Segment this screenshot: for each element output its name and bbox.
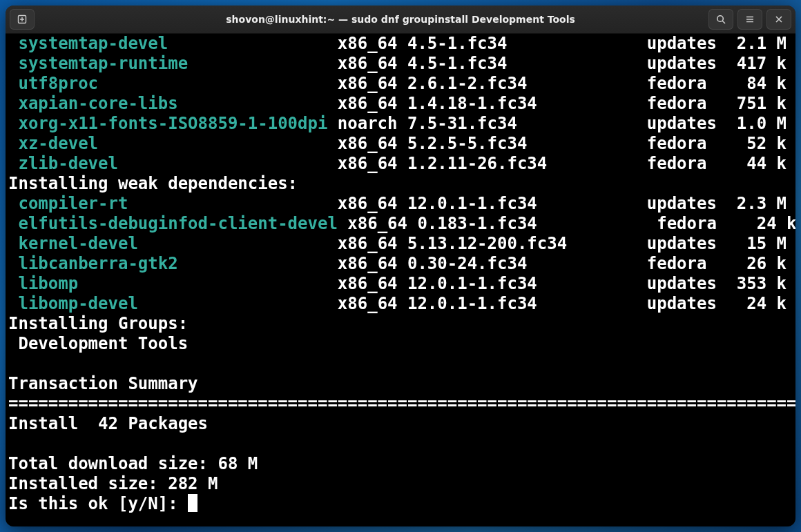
- package-name: compiler-rt: [8, 194, 128, 213]
- terminal-window: shovon@linuxhint:~ — sudo dnf groupinsta…: [6, 6, 795, 526]
- package-name: xorg-x11-fonts-ISO8859-1-100dpi: [8, 114, 327, 133]
- package-details: x86_64 0.30-24.fc34 fedora 26 k: [178, 254, 786, 273]
- package-name: utf8proc: [8, 74, 98, 93]
- titlebar-left: [10, 9, 35, 30]
- package-name: systemtap-runtime: [8, 54, 188, 73]
- package-name: xz-devel: [8, 134, 98, 153]
- menu-button[interactable]: [737, 9, 762, 30]
- package-name: xapian-core-libs: [8, 94, 178, 113]
- terminal-output[interactable]: systemtap-devel x86_64 4.5-1.fc34 update…: [6, 34, 795, 526]
- rule: ========================================…: [8, 394, 793, 414]
- package-details: x86_64 4.5-1.fc34 updates 417 k: [188, 54, 786, 73]
- titlebar: shovon@linuxhint:~ — sudo dnf groupinsta…: [6, 6, 795, 34]
- package-name: libcanberra-gtk2: [8, 254, 178, 273]
- package-details: x86_64 5.2.5-5.fc34 fedora 52 k: [98, 134, 786, 153]
- close-button[interactable]: [766, 9, 791, 30]
- package-details: x86_64 0.183-1.fc34 fedora 24 k: [338, 214, 795, 233]
- section-header: Installing weak dependencies:: [8, 174, 793, 194]
- summary-header: Transaction Summary: [8, 374, 793, 394]
- package-details: x86_64 4.5-1.fc34 updates 2.1 M: [168, 34, 786, 53]
- desktop: shovon@linuxhint:~ — sudo dnf groupinsta…: [0, 0, 801, 532]
- package-details: x86_64 2.6.1-2.fc34 fedora 84 k: [98, 74, 786, 93]
- svg-line-4: [722, 21, 725, 23]
- package-details: x86_64 1.2.11-26.fc34 fedora 44 k: [118, 154, 786, 173]
- new-tab-button[interactable]: [10, 9, 35, 30]
- new-tab-icon: [17, 14, 28, 25]
- package-details: noarch 7.5-31.fc34 updates 1.0 M: [327, 114, 786, 133]
- titlebar-right: [708, 9, 791, 30]
- package-name: zlib-devel: [8, 154, 118, 173]
- download-size: Total download size: 68 M: [8, 454, 793, 474]
- package-details: x86_64 12.0.1-1.fc34 updates 24 k: [138, 294, 786, 313]
- package-name: libomp: [8, 274, 78, 293]
- install-count: Install 42 Packages: [8, 414, 793, 434]
- search-button[interactable]: [708, 9, 733, 30]
- section-header: Installing Groups:: [8, 314, 793, 334]
- cursor: [188, 494, 197, 512]
- svg-point-3: [717, 16, 724, 22]
- confirm-prompt[interactable]: Is this ok [y/N]:: [8, 494, 793, 514]
- package-details: x86_64 1.4.18-1.fc34 fedora 751 k: [178, 94, 786, 113]
- package-name: elfutils-debuginfod-client-devel: [8, 214, 338, 233]
- installed-size: Installed size: 282 M: [8, 474, 793, 494]
- package-details: x86_64 12.0.1-1.fc34 updates 2.3 M: [128, 194, 786, 213]
- search-icon: [715, 14, 726, 25]
- package-details: x86_64 5.13.12-200.fc34 updates 15 M: [138, 234, 786, 253]
- package-name: systemtap-devel: [8, 34, 168, 53]
- hamburger-icon: [744, 14, 755, 25]
- close-icon: [774, 14, 784, 24]
- window-title: shovon@linuxhint:~ — sudo dnf groupinsta…: [6, 14, 795, 25]
- package-name: libomp-devel: [8, 294, 138, 313]
- package-name: kernel-devel: [8, 234, 138, 253]
- package-details: x86_64 12.0.1-1.fc34 updates 353 k: [78, 274, 786, 293]
- group-name: Development Tools: [8, 334, 793, 354]
